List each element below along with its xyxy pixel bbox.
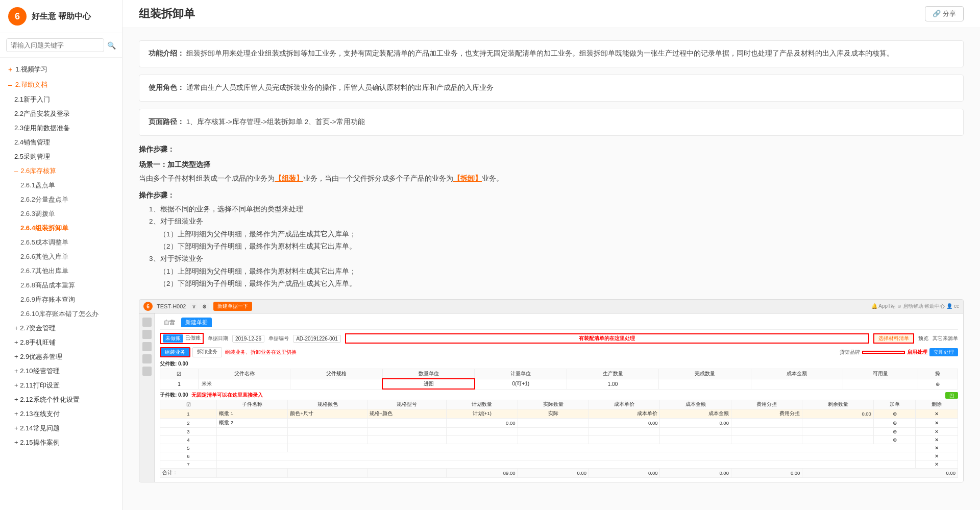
mock-ctd-expense4	[731, 436, 802, 444]
mock-ctd-add2: ⊕	[873, 419, 916, 428]
nav-leaf-label: 2.1新手入门	[14, 95, 50, 104]
search-icon[interactable]: 🔍	[107, 41, 116, 50]
nav-item-2-12[interactable]: + 2.12系统个性化设置	[0, 393, 122, 407]
nav-item-2-1[interactable]: 2.1新手入门	[0, 92, 122, 107]
step3: 3、对于拆装业务	[149, 253, 964, 265]
mock-icon-sidebar	[139, 313, 155, 482]
mock-form-row-1: 未做账 已做账 单据日期 2019-12-26 单据编号 AD-20191226…	[160, 333, 958, 344]
search-input[interactable]	[6, 38, 104, 52]
nav-item-2-6-8[interactable]: 2.6.8商品成本重算	[0, 278, 122, 293]
mock-td-prod: 1.00	[567, 379, 658, 389]
mock-ctd-camount2: 0.00	[660, 419, 731, 428]
mock-ctd-name3	[217, 428, 288, 436]
func-intro-text: 组装拆卸单用来处理企业组装或拆卸等加工业务，支持有固定装配清单的产品加工业务，也…	[186, 50, 894, 57]
step2b: （2）下部明细为子件明细，最终作为原材料生成其它出库单。	[159, 240, 964, 253]
nav-item-2-6-3[interactable]: 2.6.3调拨单	[0, 207, 122, 221]
nav-item-2-3[interactable]: 2.3使用前数据准备	[0, 121, 122, 135]
mock-type-selector: 未做账 已做账	[160, 333, 204, 344]
mock-ctd-actual1: 实际	[518, 409, 589, 419]
share-button[interactable]: 🔗 分享	[925, 6, 964, 21]
mock-expand-btn: ◳	[945, 392, 958, 399]
nav-item-2-11[interactable]: + 2.11打印设置	[0, 378, 122, 393]
nav-group-title-video[interactable]: + 1.视频学习	[0, 62, 122, 77]
mock-ctd-del7: ✕	[916, 460, 958, 469]
steps-heading: 操作步骤：	[139, 191, 964, 200]
nav-tree: + 1.视频学习 – 2.帮助文档 2.1新手入门 2.2产品安装及登录 2.3…	[0, 58, 122, 510]
mock-ctrl-1: v	[190, 303, 198, 310]
nav-item-2-13[interactable]: + 2.13在线支付	[0, 407, 122, 421]
nav-leaf-label: + 2.13在线支付	[14, 409, 60, 419]
mock-ctd-cb6: 6	[160, 452, 217, 460]
mock-ctd-spec1: 规格+颜色	[367, 409, 446, 419]
mock-ctd-plan4	[447, 436, 518, 444]
mock-ctd-del4: ✕	[916, 436, 958, 444]
mock-create-btn: 新建单据一下	[213, 302, 252, 311]
nav-item-2-6-2[interactable]: 2.6.2分量盘点单	[0, 192, 122, 207]
mock-icon-5	[142, 367, 152, 376]
mock-td-cost	[751, 379, 843, 389]
mock-ctd-name5	[217, 444, 288, 452]
mock-ctd-color4	[288, 436, 367, 444]
mock-ctd-camount1: 成本金额	[660, 409, 731, 419]
nav-item-2-9[interactable]: + 2.9优惠券管理	[0, 350, 122, 364]
nav-item-2-6-10[interactable]: 2.6.10库存账本错了怎么办	[0, 307, 122, 321]
mock-ctd-camount4	[660, 436, 731, 444]
mock-child-title: 子件数: 0.00	[160, 392, 188, 399]
mock-ctd-del6: ✕	[916, 452, 958, 460]
sidebar: 6 好生意 帮助中心 🔍 + 1.视频学习 – 2.帮助文档 2.1新手入门 2…	[0, 0, 122, 510]
mock-child-row-6: 6 ✕	[160, 452, 958, 460]
mock-nav-tabs: 自营 新建单据	[160, 318, 958, 330]
mock-cth-cb: ☑	[160, 400, 217, 409]
path-label: 页面路径：	[149, 118, 184, 126]
mock-parent-row-1: 1 米米 进图 0(可+1) 1.00 ⊕	[160, 379, 958, 389]
mock-child-header-row: 子件数: 0.00 无固定清单可以在这里直接录入 ◳	[160, 392, 958, 399]
nav-item-2-6-1[interactable]: 2.6.1盘点单	[0, 178, 122, 192]
mock-cth-camount: 成本金额	[660, 400, 731, 409]
mock-ctd-actual3	[518, 428, 589, 436]
mock-ctd-color2	[288, 419, 367, 428]
nav-item-2-6-9[interactable]: 2.6.9库存账本查询	[0, 293, 122, 307]
nav-leaf-label: + 2.11打印设置	[14, 381, 60, 390]
step1: 1、根据不同的业务，选择不同单据的类型来处理	[149, 203, 964, 215]
logo-bar: 6 好生意 帮助中心	[0, 0, 122, 33]
mock-tfoot-v8: 0.00	[731, 469, 802, 478]
nav-item-2-6-4[interactable]: 2.6.4组装拆卸单	[0, 221, 122, 235]
mock-ctd-del5: ✕	[916, 444, 958, 452]
nav-item-2-6-5[interactable]: 2.6.5成本调整单	[0, 235, 122, 250]
mock-icon-3	[142, 342, 152, 351]
mock-annotation-box: 有装配清单的在这里处理	[345, 333, 869, 344]
mock-tfoot-v9: 0.00	[802, 469, 958, 478]
nav-leaf-label: + 2.7资金管理	[14, 324, 56, 333]
mock-ctd-cb4: 4	[160, 436, 217, 444]
content-area: 功能介绍： 组装拆卸单用来处理企业组装或拆卸等加工业务，支持有固定装配清单的产品…	[122, 28, 980, 510]
mock-td-done	[659, 379, 751, 389]
nav-item-2-2[interactable]: 2.2产品安装及登录	[0, 107, 122, 121]
mock-th-parent-name: 父件名称	[198, 369, 290, 379]
nav-item-2-6[interactable]: – 2.6库存核算	[0, 164, 122, 178]
mock-ctd-del3: ✕	[916, 428, 958, 436]
mock-ctd-cb7: 7	[160, 460, 217, 469]
mock-th-1: ☑	[160, 369, 199, 379]
nav-item-2-6-6[interactable]: 2.6.6其他入库单	[0, 250, 122, 264]
nav-leaf-label: 2.4销售管理	[14, 138, 50, 147]
nav-item-2-8[interactable]: + 2.8手机旺铺	[0, 335, 122, 350]
nav-item-2-15[interactable]: + 2.15操作案例	[0, 435, 122, 450]
nav-item-2-6-7[interactable]: 2.6.7其他出库单	[0, 264, 122, 278]
nav-item-2-10[interactable]: + 2.10经营管理	[0, 364, 122, 378]
mock-cth-color: 规格颜色	[288, 400, 367, 409]
mock-td-qty-unit-highlighted: 进图	[382, 379, 474, 389]
nav-item-2-14[interactable]: + 2.14常见问题	[0, 421, 122, 435]
mock-th-done-qty: 完成数量	[659, 369, 751, 379]
mock-tfoot-v4: 89.00	[447, 469, 518, 478]
nav-leaf-label: + 2.12系统个性化设置	[14, 395, 80, 404]
nav-item-2-5[interactable]: 2.5采购管理	[0, 150, 122, 164]
mock-ctd-color1: 颜色+尺寸	[288, 409, 367, 419]
mock-parent-title: 父件数: 0.00	[160, 360, 958, 368]
nav-group-title-docs[interactable]: – 2.帮助文档	[0, 77, 122, 92]
mock-cth-cprice: 成本单价	[589, 400, 660, 409]
nav-item-2-4[interactable]: 2.4销售管理	[0, 135, 122, 150]
mock-th-prod-qty: 生产数量	[567, 369, 658, 379]
role-block: 使用角色： 通常由生产人员或库管人员完成拆装业务的操作，库管人员确认原材料的出库…	[139, 75, 964, 102]
mock-ctd-cprice1: 成本单价	[589, 409, 660, 419]
nav-item-2-7[interactable]: + 2.7资金管理	[0, 321, 122, 335]
